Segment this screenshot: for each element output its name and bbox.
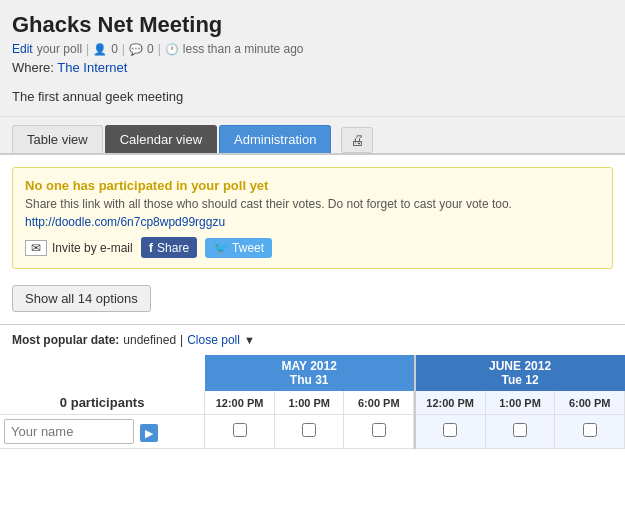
your-name-input[interactable]	[4, 419, 134, 444]
name-input-row: ▶	[0, 415, 625, 449]
separator: |	[180, 333, 183, 347]
notice-title: No one has participated in your poll yet	[25, 178, 600, 193]
meta-row: Edit your poll | 👤 0 | 💬 0 | 🕐 less than…	[12, 42, 613, 56]
description: The first annual geek meeting	[12, 81, 613, 108]
comments-icon: 💬	[129, 43, 143, 56]
checkbox-0[interactable]	[233, 423, 247, 437]
tab-table-view[interactable]: Table view	[12, 125, 103, 153]
where-row: Where: The Internet	[12, 60, 613, 75]
most-popular-value: undefined	[123, 333, 176, 347]
time-ago: less than a minute ago	[183, 42, 304, 56]
show-all-options-button[interactable]: Show all 14 options	[12, 285, 151, 312]
poll-table-wrapper: MAY 2012 Thu 31 JUNE 2012 Tue 12 0 parti…	[0, 355, 625, 449]
name-input-cell: ▶	[0, 415, 205, 449]
share-row: ✉ Invite by e-mail f Share 🐦 Tweet	[25, 237, 600, 258]
clock-icon: 🕐	[165, 43, 179, 56]
checkbox-cell-4	[485, 415, 555, 449]
checkbox-3[interactable]	[443, 423, 457, 437]
tabs-bar: Table view Calendar view Administration …	[0, 117, 625, 155]
submit-arrow-button[interactable]: ▶	[140, 424, 158, 442]
participants-label: 0 participants	[60, 395, 145, 410]
poll-link[interactable]: http://doodle.com/6n7cp8wpd99rggzu	[25, 215, 600, 229]
email-icon: ✉	[25, 240, 47, 256]
may-header: MAY 2012 Thu 31	[205, 355, 414, 391]
edit-link[interactable]: Edit	[12, 42, 33, 56]
participants-count: 0	[111, 42, 118, 56]
checkbox-1[interactable]	[302, 423, 316, 437]
comments-count: 0	[147, 42, 154, 56]
month-row: MAY 2012 Thu 31 JUNE 2012 Tue 12	[0, 355, 625, 391]
facebook-share-button[interactable]: f Share	[141, 237, 197, 258]
checkbox-5[interactable]	[583, 423, 597, 437]
tab-administration[interactable]: Administration	[219, 125, 331, 153]
poll-label: your poll	[37, 42, 82, 56]
june-day: Tue 12	[418, 373, 623, 387]
notice-box: No one has participated in your poll yet…	[12, 167, 613, 269]
time-row: 0 participants 12:00 PM 1:00 PM 6:00 PM …	[0, 391, 625, 415]
facebook-icon: f	[149, 240, 153, 255]
may-month-name: MAY 2012	[207, 359, 412, 373]
checkbox-cell-0	[205, 415, 275, 449]
location-link[interactable]: The Internet	[57, 60, 127, 75]
poll-top-bar: Most popular date: undefined | Close pol…	[0, 325, 625, 355]
time-header-3: 12:00 PM	[416, 391, 486, 415]
june-month-name: JUNE 2012	[418, 359, 623, 373]
june-header: JUNE 2012 Tue 12	[416, 355, 625, 391]
checkbox-cell-2	[344, 415, 414, 449]
checkbox-2[interactable]	[372, 423, 386, 437]
most-popular-label: Most popular date:	[12, 333, 119, 347]
share-label: Share	[157, 241, 189, 255]
page-title: Ghacks Net Meeting	[12, 12, 613, 38]
time-header-5: 6:00 PM	[555, 391, 625, 415]
tweet-label: Tweet	[232, 241, 264, 255]
options-section: Show all 14 options	[0, 277, 625, 324]
invite-by-email[interactable]: ✉ Invite by e-mail	[25, 240, 133, 256]
poll-section: Most popular date: undefined | Close pol…	[0, 324, 625, 449]
time-header-4: 1:00 PM	[485, 391, 555, 415]
invite-label: Invite by e-mail	[52, 241, 133, 255]
participants-header: 0 participants	[0, 391, 205, 415]
time-header-2: 6:00 PM	[344, 391, 414, 415]
page-header: Ghacks Net Meeting Edit your poll | 👤 0 …	[0, 0, 625, 117]
close-poll-link[interactable]: Close poll	[187, 333, 240, 347]
poll-table: MAY 2012 Thu 31 JUNE 2012 Tue 12 0 parti…	[0, 355, 625, 449]
may-day: Thu 31	[207, 373, 412, 387]
twitter-icon: 🐦	[213, 241, 228, 255]
checkbox-cell-1	[274, 415, 344, 449]
where-label: Where:	[12, 60, 54, 75]
checkbox-4[interactable]	[513, 423, 527, 437]
label-col-month	[0, 355, 205, 391]
dropdown-arrow-icon[interactable]: ▼	[244, 334, 255, 346]
time-header-1: 1:00 PM	[274, 391, 344, 415]
tab-calendar-view[interactable]: Calendar view	[105, 125, 217, 153]
print-button[interactable]: 🖨	[341, 127, 373, 153]
checkbox-cell-5	[555, 415, 625, 449]
notice-text: Share this link with all those who shoul…	[25, 197, 600, 211]
participants-icon: 👤	[93, 43, 107, 56]
tweet-button[interactable]: 🐦 Tweet	[205, 238, 272, 258]
checkbox-cell-3	[416, 415, 486, 449]
time-header-0: 12:00 PM	[205, 391, 275, 415]
